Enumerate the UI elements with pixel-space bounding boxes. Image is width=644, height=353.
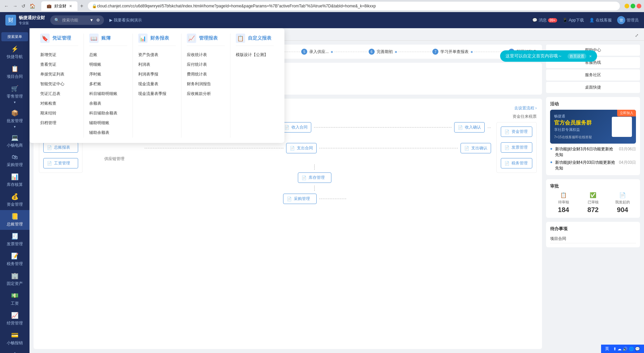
activity-item-1[interactable]: ● 新功能|好业财3月6日功能更新抢先知 03月06日	[550, 146, 636, 158]
income-contract-box[interactable]: 📄 收入合同	[281, 122, 311, 133]
join-button[interactable]: 立即加入	[617, 110, 636, 116]
sidebar-item-salary[interactable]: 💵 工资	[0, 289, 30, 309]
sidebar-item-quick-nav[interactable]: ⚡ 快捷导航	[0, 43, 30, 62]
menu-item-general-ledger[interactable]: 总账	[89, 50, 127, 60]
banner-title: 畅捷通	[554, 114, 592, 119]
home-settings-link[interactable]: 首页设置	[568, 53, 586, 59]
pending-approval[interactable]: 📋 待审核 184	[550, 192, 577, 214]
avatar-icon: 管	[617, 16, 625, 24]
new-tab-button[interactable]: +	[77, 2, 86, 10]
tab-close-button[interactable]: ✕	[69, 4, 72, 8]
menu-item-payable[interactable]: 应付统计表	[187, 60, 225, 69]
sidebar-label-retail: 零售管理	[7, 94, 23, 99]
sidebar-label-project: 项目合同	[7, 74, 23, 80]
invoice-management-box[interactable]: 📄 发票管理	[501, 142, 532, 153]
menu-item-smart-voucher[interactable]: 智能凭证中心	[40, 79, 78, 89]
user-menu[interactable]: 管 管理员	[617, 16, 639, 24]
tax-management-box[interactable]: 📄 税务管理	[501, 158, 532, 168]
sidebar-item-basic[interactable]: ℹ 基础信息	[0, 349, 30, 353]
sidebar-item-assets[interactable]: 🏢 固定资产	[0, 269, 30, 289]
close-button[interactable]	[637, 4, 641, 8]
minimize-button[interactable]	[625, 4, 629, 8]
approval-title: 审批	[550, 183, 636, 189]
menu-item-view-voucher[interactable]: 查看凭证	[40, 60, 78, 69]
sidebar-item-purchase[interactable]: 🛍 采购管理	[0, 151, 30, 170]
todo-item-1[interactable]: 项目合同	[550, 235, 636, 243]
service-community-button[interactable]: 服务社区	[546, 69, 640, 81]
expense-contract-box[interactable]: 📄 支出合同	[286, 143, 317, 153]
refresh-button[interactable]: ↺	[20, 3, 27, 9]
sidebar-label-assets: 固定资产	[7, 281, 23, 287]
menu-item-aux-detail[interactable]: 辅助明细账	[89, 118, 127, 128]
online-service-button[interactable]: 👤 在线客服	[589, 17, 612, 23]
forward-button[interactable]: →	[11, 3, 19, 9]
menu-item-subject-balance[interactable]: 科目辅助余额表	[89, 108, 127, 118]
menu-item-new-voucher[interactable]: 新增凭证	[40, 50, 78, 60]
menu-item-aux-balance[interactable]: 辅助余额表	[89, 128, 127, 138]
message-button[interactable]: 💬 消息 99+	[532, 17, 557, 23]
step-line-5	[334, 52, 367, 52]
sidebar-item-expense[interactable]: 💳 小畅报销	[0, 329, 30, 349]
capital-management-box[interactable]: 📄 资金管理	[501, 127, 532, 137]
income-confirm-box[interactable]: 📄 收入确认	[454, 122, 485, 133]
customize-tip-close-button[interactable]: ×	[589, 54, 592, 59]
menu-item-subject-detail[interactable]: 科目辅助明细账	[89, 89, 127, 99]
menu-item-voucher-summary[interactable]: 凭证汇总表	[40, 89, 78, 99]
maximize-button[interactable]	[631, 4, 635, 8]
menu-item-multi-col-ledger[interactable]: 多栏账	[89, 79, 127, 89]
menu-item-finance-profit[interactable]: 财务利润报告	[187, 79, 225, 89]
total-ledger-box[interactable]: 📄 总账报表	[43, 142, 78, 153]
sidebar-item-project[interactable]: 📋 项目合同	[0, 62, 30, 82]
app-download-button[interactable]: 📱 App下载	[562, 17, 584, 23]
sidebar-item-ecommerce[interactable]: 💻 小畅电商	[0, 131, 30, 151]
menu-item-receivable[interactable]: 应收统计表	[187, 50, 225, 60]
step-7[interactable]: 7 学习开单查报表 ◉	[432, 49, 473, 55]
menu-item-chrono-ledger[interactable]: 序时账	[89, 69, 127, 79]
menu-item-voucher-list[interactable]: 单据凭证列表	[40, 69, 78, 79]
menu-item-balance-sheet[interactable]: 资产负债表	[138, 50, 176, 60]
sidebar-item-tax[interactable]: 📝 税务管理	[0, 250, 30, 269]
download-icon: 📱	[562, 18, 568, 22]
inventory-box[interactable]: 📄 库存管理	[298, 172, 331, 183]
menu-item-template-design[interactable]: 模版设计【公测】	[236, 50, 274, 60]
address-bar[interactable]: 🔒 cloud.chanjet.com/cc/u6d89qwnryel/57bf…	[88, 2, 620, 10]
sidebar-item-ledger[interactable]: 📒 总账管理	[0, 210, 30, 230]
menu-item-cash-flow[interactable]: 现金流量表	[138, 79, 176, 89]
my-approval[interactable]: 📄 我发起的 904	[609, 192, 636, 214]
step-5[interactable]: 5 录入供应... ◉	[301, 49, 333, 55]
expense-confirm-box[interactable]: 📄 支出确认	[461, 143, 491, 153]
menu-item-reconcile[interactable]: 对账检查	[40, 99, 78, 108]
desktop-shortcut-button[interactable]: 桌面快捷	[546, 82, 640, 93]
activity-banner[interactable]: 畅捷通 官方会员服务群 享社群专属权益 7×15在线客服即在线答疑 ▦ 立即加入	[550, 110, 636, 144]
sidebar-item-wholesale[interactable]: 📦 批发管理 ▼	[0, 107, 30, 131]
purchase-box[interactable]: 📄 采购管理	[283, 194, 317, 204]
menu-item-expense-stats[interactable]: 费用统计表	[187, 69, 225, 79]
sidebar-item-inventory[interactable]: 📊 库存核算	[0, 170, 30, 190]
menu-item-receivable-analysis[interactable]: 应收账款分析	[187, 89, 225, 99]
menu-item-period-end[interactable]: 期末结转	[40, 108, 78, 118]
sidebar-item-operations[interactable]: 📈 经营管理	[0, 309, 30, 329]
supply-chain-label: 供应链管理	[104, 156, 491, 162]
activity-item-2[interactable]: ● 新功能|好业财4月03日功能更新抢先知 04月03日	[550, 160, 636, 171]
menu-item-profit-quarterly[interactable]: 利润表季报	[138, 69, 176, 79]
menu-item-detail-ledger[interactable]: 明细账	[89, 60, 127, 69]
set-flow-link[interactable]: 去设置流程 ›	[514, 105, 537, 111]
menu-item-cash-flow-quarterly[interactable]: 现金流量表季报	[138, 89, 176, 99]
tab-expand-button[interactable]: ⤢	[633, 32, 640, 39]
home-button[interactable]: 🏠	[28, 3, 37, 9]
menu-item-archive[interactable]: 归档管理	[40, 118, 78, 128]
back-button[interactable]: ←	[3, 3, 10, 9]
step-6[interactable]: 6 完善期初 ◉	[369, 49, 397, 55]
menu-item-profit-loss[interactable]: 利润表	[138, 60, 176, 69]
demo-link[interactable]: ▶ 我要看实例演示	[109, 17, 142, 23]
sidebar-search[interactable]: 搜索菜单	[1, 32, 28, 41]
sidebar-item-capital[interactable]: 💰 资金管理	[0, 190, 30, 210]
header-search[interactable]: 🔍 搜索功能 ▼ ⚙	[50, 15, 104, 25]
wage-management-box[interactable]: 📄 工资管理	[43, 158, 78, 168]
approved-approval[interactable]: ✅ 已审核 872	[580, 192, 606, 214]
sidebar-item-retail[interactable]: 🛒 零售管理 ▼	[0, 82, 30, 107]
browser-tab[interactable]: 💼 好业财 ✕	[41, 1, 77, 11]
sidebar-item-invoice[interactable]: 🧾 发票管理	[0, 230, 30, 250]
finance-report-title: 财务报表	[150, 35, 169, 41]
menu-item-balance[interactable]: 余额表	[89, 99, 127, 108]
